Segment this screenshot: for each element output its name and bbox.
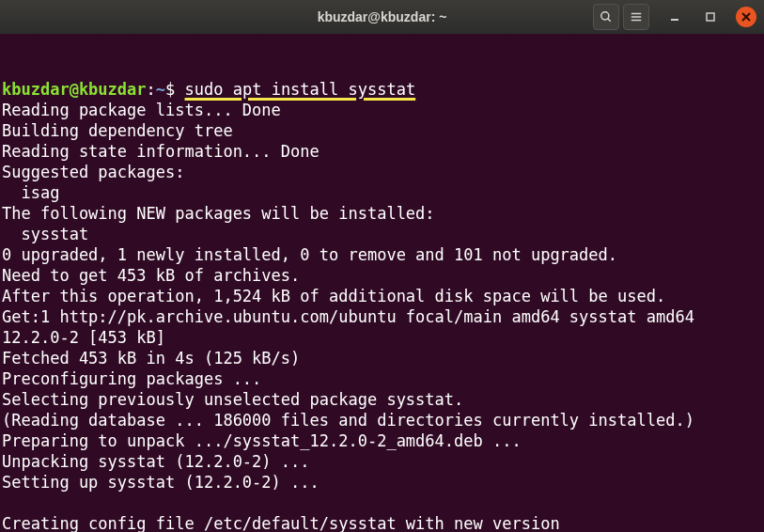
output-line: Need to get 453 kB of archives. [2,265,762,286]
hamburger-icon [630,10,643,23]
minimize-button[interactable] [664,7,685,27]
output-line: Selecting previously unselected package … [2,389,762,410]
output-line: isag [2,182,762,203]
prompt-path: ~ [156,80,165,99]
terminal-output: Reading package lists... DoneBuilding de… [2,100,762,532]
prompt-symbol: $ [165,80,175,99]
prompt-separator: : [147,80,156,99]
output-line: Fetched 453 kB in 4s (125 kB/s) [2,348,762,368]
output-line: The following NEW packages will be insta… [2,203,762,224]
terminal-area[interactable]: kbuzdar@kbuzdar:~$ sudo apt install syss… [0,34,764,532]
output-line: Unpacking sysstat (12.2.0-2) ... [2,451,762,472]
output-line: Preparing to unpack .../sysstat_12.2.0-2… [2,430,762,451]
maximize-icon [705,11,716,23]
command-text: sudo apt install sysstat [185,80,416,99]
prompt-line: kbuzdar@kbuzdar:~$ sudo apt install syss… [2,79,762,100]
svg-point-0 [601,12,609,20]
output-line: Setting up sysstat (12.2.0-2) ... [2,472,762,493]
prompt-user: kbuzdar@kbuzdar [2,80,147,99]
output-line: After this operation, 1,524 kB of additi… [2,286,762,306]
output-line: Suggested packages: [2,162,762,182]
titlebar-controls [593,4,756,30]
svg-rect-5 [671,19,678,21]
output-line: Preconfiguring packages ... [2,368,762,389]
output-line [2,493,762,513]
prompt-space [175,80,184,99]
output-line: Building dependency tree [2,120,762,141]
output-line: (Reading database ... 186000 files and d… [2,410,762,430]
close-button[interactable] [736,7,756,27]
close-icon [741,12,751,22]
window-title: kbuzdar@kbuzdar: ~ [318,7,447,27]
svg-rect-6 [707,13,714,21]
output-line: sysstat [2,224,762,244]
output-line: Creating config file /etc/default/syssta… [2,513,762,532]
search-icon [600,10,613,23]
menu-button[interactable] [623,4,649,30]
output-line: Reading package lists... Done [2,100,762,120]
output-line: Get:1 http://pk.archive.ubuntu.com/ubunt… [2,306,762,348]
search-button[interactable] [593,4,619,30]
output-line: 0 upgraded, 1 newly installed, 0 to remo… [2,244,762,265]
window-titlebar: kbuzdar@kbuzdar: ~ [0,0,764,34]
maximize-button[interactable] [700,7,721,27]
minimize-icon [669,11,680,23]
svg-line-1 [608,19,611,22]
output-line: Reading state information... Done [2,141,762,162]
